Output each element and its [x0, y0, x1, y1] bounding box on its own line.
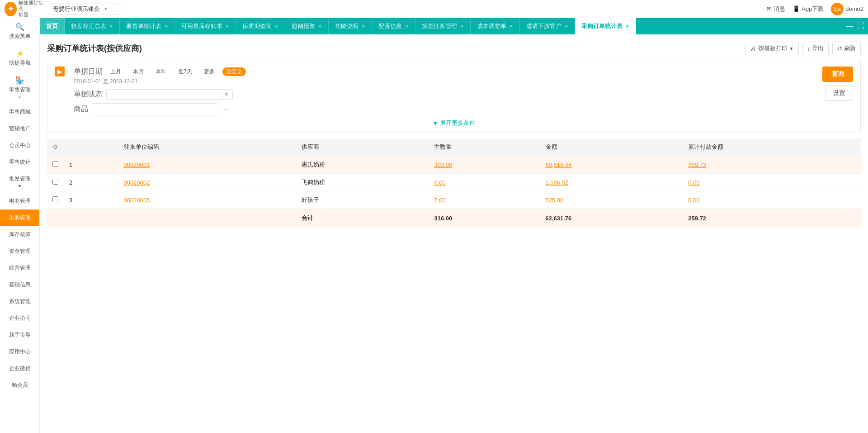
tab-picking-task[interactable]: 拣货任务管理 ✕	[415, 18, 471, 34]
date-custom-tag[interactable]: 自定义	[222, 67, 246, 76]
filter-date-row: 单据日期 上月 本月 本年 近7天 更多 自定义	[74, 67, 813, 77]
sidebar-item-marketing[interactable]: 营销推广	[0, 120, 39, 137]
sidebar-item-search[interactable]: 🔍 搜索英单	[0, 18, 39, 45]
sidebar-item-retail-mall[interactable]: 零售商城	[0, 104, 39, 120]
header-actions: 🖨 按模板打印 ▼ ↓ 导出 ↺ 刷新	[745, 42, 861, 55]
row-paid-amount[interactable]: 259.72	[683, 156, 861, 174]
sidebar-item-wholesale[interactable]: 批发管理 ▼	[0, 171, 39, 193]
export-btn[interactable]: ↓ 导出	[802, 42, 829, 55]
row-amount[interactable]: 60,519.44	[540, 156, 683, 174]
sidebar-item-ecommerce[interactable]: 电商管理	[0, 193, 39, 209]
close-icon[interactable]: ✕	[225, 24, 229, 29]
tab-available-stock[interactable]: 可用量库存账本 ✕	[175, 18, 236, 34]
close-icon[interactable]: ✕	[109, 24, 113, 29]
tab-purchase-order-stat[interactable]: 采购订单统计表 ✕	[575, 18, 636, 34]
tab-home[interactable]: 首页	[40, 18, 65, 34]
download-icon: 📱	[793, 5, 800, 12]
close-icon[interactable]: ✕	[625, 24, 629, 29]
query-btn[interactable]: 查询	[822, 67, 853, 82]
row-quantity[interactable]: 303.00	[429, 156, 540, 174]
close-icon[interactable]: ✕	[274, 24, 278, 29]
date-btn-more[interactable]: 更多	[200, 67, 219, 77]
date-btn-this-month[interactable]: 本月	[129, 67, 148, 77]
date-btn-7days[interactable]: 近7天	[174, 67, 196, 77]
chevron-down-icon: ▼	[789, 46, 794, 51]
sidebar-item-system[interactable]: 系统管理	[0, 293, 39, 310]
close-icon[interactable]: ✕	[361, 24, 365, 29]
filter-toggle-btn[interactable]: ▶	[55, 67, 65, 76]
close-icon[interactable]: ✕	[460, 24, 464, 29]
more-options-icon[interactable]: ···	[224, 105, 230, 114]
sidebar-item-enterprise-wx[interactable]: 企业微信	[0, 360, 39, 377]
refresh-btn[interactable]: ↺ 刷新	[832, 42, 861, 55]
close-icon[interactable]: ✕	[318, 24, 322, 29]
chevron-up-icon: ▲	[18, 95, 22, 99]
message-btn[interactable]: ✉ 消息	[767, 5, 785, 13]
row-supplier-name: 惠氏奶粉	[296, 156, 429, 174]
sidebar-item-app-center[interactable]: 应用中心	[0, 343, 39, 360]
user-profile-btn[interactable]: Ea demo2	[831, 3, 863, 15]
tab-config-info[interactable]: 配置信息 ✕	[372, 18, 415, 34]
settings-btn[interactable]: 设置	[825, 86, 853, 101]
close-icon[interactable]: ✕	[564, 24, 568, 29]
tab-invite-downstream[interactable]: 邀请下游客户 ✕	[520, 18, 575, 34]
table-settings-col[interactable]: ⚙	[47, 138, 64, 156]
sidebar-item-enterprise[interactable]: 企业协同	[0, 310, 39, 327]
tab-purchase-stat[interactable]: 要货单统计表 ✕	[120, 18, 175, 34]
row-amount[interactable]: 1,586.52	[540, 174, 683, 191]
content-area: 首页 收发存汇总表 ✕ 要货单统计表 ✕ 可用量库存账本 ✕ 保质期查询 ✕ 超…	[40, 18, 868, 433]
row-checkbox[interactable]	[47, 156, 64, 174]
tab-expiry-query[interactable]: 保质期查询 ✕	[236, 18, 285, 34]
row-quantity[interactable]: 7.00	[429, 191, 540, 209]
sidebar-item-inventory[interactable]: 库存核算	[0, 226, 39, 243]
maximize-icon[interactable]: ⛶	[857, 22, 864, 30]
expand-more-btn[interactable]: ▼ 展开更多条件	[433, 119, 476, 127]
row-index: 3	[64, 191, 118, 209]
tab-overstock[interactable]: 超储预警 ✕	[285, 18, 329, 34]
row-supplier-code[interactable]: 00020002	[118, 174, 297, 191]
date-btn-this-year[interactable]: 本年	[151, 67, 170, 77]
sidebar-item-purchase[interactable]: 采购管理	[0, 209, 39, 226]
chevron-down-icon: ▼	[104, 6, 108, 11]
sidebar-item-finance[interactable]: 资金管理	[0, 243, 39, 260]
workspace-selector[interactable]: 母婴行业演示账套 ▼	[49, 4, 121, 14]
row-quantity[interactable]: 6.00	[429, 174, 540, 191]
filter-date-value: 2016-01-01 至 2023-12-31	[74, 78, 813, 86]
date-btn-last-month[interactable]: 上月	[106, 67, 125, 77]
sidebar-item-operation[interactable]: 经营管理	[0, 260, 39, 276]
row-index: 2	[64, 174, 118, 191]
table-row[interactable]: 2 00020002 飞鹤奶粉 6.00 1,586.52 0.00	[47, 174, 861, 191]
row-paid-amount[interactable]: 0.00	[683, 191, 861, 209]
row-supplier-code[interactable]: 00020001	[118, 156, 297, 174]
row-supplier-code[interactable]: 00020005	[118, 191, 297, 209]
sidebar-item-newbie[interactable]: 新手引导	[0, 327, 39, 343]
row-paid-amount[interactable]: 0.00	[683, 174, 861, 191]
minimize-icon[interactable]: —	[846, 22, 854, 30]
row-checkbox[interactable]	[47, 191, 64, 209]
status-select[interactable]: ▼	[106, 89, 233, 100]
sidebar-item-retail[interactable]: 🏪 零售管理 ▲	[0, 71, 39, 104]
tab-cost-adjust[interactable]: 成本调整单 ✕	[471, 18, 520, 34]
close-icon[interactable]: ✕	[164, 24, 168, 29]
sidebar-item-member[interactable]: 会员中心	[0, 137, 39, 154]
template-print-btn[interactable]: 🖨 按模板打印 ▼	[745, 42, 799, 55]
close-icon[interactable]: ✕	[509, 24, 513, 29]
goods-input[interactable]	[92, 103, 218, 115]
sidebar-item-vip[interactable]: 畅会员	[0, 377, 39, 394]
app-download-btn[interactable]: 📱 App下载	[793, 5, 824, 13]
col-supplier-name: 供应商	[296, 138, 429, 156]
table-row[interactable]: 3 00020005 好孩子 7.00 525.80 0.00	[47, 191, 861, 209]
close-icon[interactable]: ✕	[405, 24, 409, 29]
tab-receive-send[interactable]: 收发存汇总表 ✕	[65, 18, 120, 34]
logo-text: 畅捷通好生意 标题	[19, 0, 44, 18]
sidebar-item-shortcut[interactable]: ⚡ 快捷导航	[0, 45, 39, 71]
tab-function-desc[interactable]: 功能说明 ✕	[329, 18, 372, 34]
sidebar-item-retail-stat[interactable]: 零售统计	[0, 154, 39, 171]
top-bar: ✦ 畅捷通好生意 标题 母婴行业演示账套 ▼ ✉ 消息 📱 App下载 Ea d…	[0, 0, 868, 18]
table-row[interactable]: 1 00020001 惠氏奶粉 303.00 60,519.44 259.72	[47, 156, 861, 174]
sidebar-item-basic[interactable]: 基础信息	[0, 276, 39, 293]
chevron-down-icon: ▼	[433, 120, 439, 127]
row-amount[interactable]: 525.80	[540, 191, 683, 209]
col-supplier-code: 往来单位编码	[118, 138, 297, 156]
row-checkbox[interactable]	[47, 174, 64, 191]
